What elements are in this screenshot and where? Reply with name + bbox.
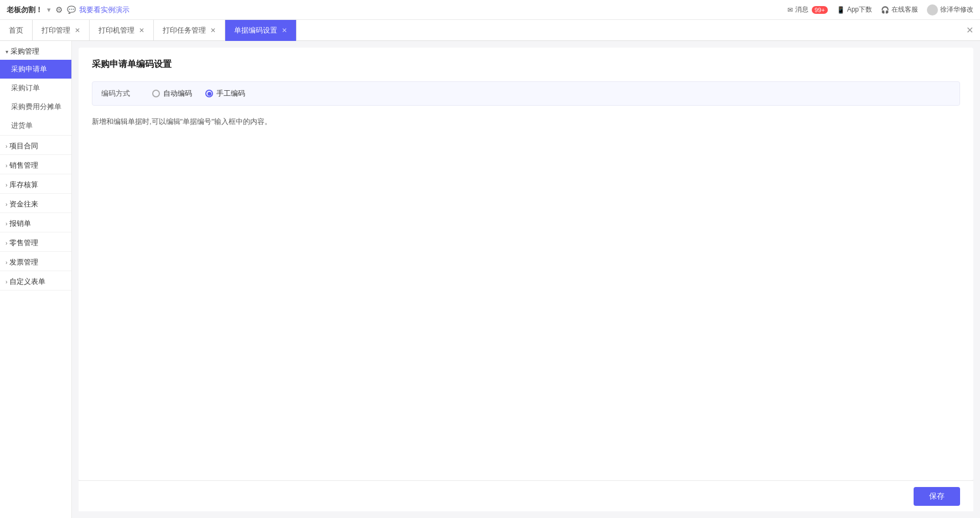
online-service-item[interactable]: 🎧 在线客服 [881,5,918,14]
sidebar-group-purchase-label: 采购管理 [11,46,39,56]
tab-printer-management-label: 打印机管理 [98,25,134,35]
tab-barcode-settings-close[interactable]: ✕ [282,27,287,34]
dropdown-icon[interactable]: ▾ [47,6,51,14]
arrow-right-icon-2: › [6,163,7,169]
sidebar: ▾ 采购管理 采购申请单 采购订单 采购费用分摊单 进货单 › 项目合同 [0,41,72,518]
sidebar-item-purchase-expense[interactable]: 采购费用分摊单 [0,97,71,116]
top-bar-right: ✉ 消息 99+ 📱 App下数 🎧 在线客服 徐泽华修改 [787,4,973,15]
sidebar-group-capital: › 资金往来 [0,194,71,213]
sidebar-group-capital-label: 资金往来 [9,199,38,209]
tab-print-task-close[interactable]: ✕ [210,27,216,34]
message-badge: 99+ [812,6,828,14]
user-avatar [927,4,938,15]
sidebar-group-inventory-title[interactable]: › 库存核算 [0,174,71,193]
app-download-label: App下数 [847,5,872,14]
arrow-right-icon-7: › [6,260,7,266]
tab-print-task[interactable]: 打印任务管理 ✕ [154,20,225,41]
tab-print-task-label: 打印任务管理 [163,25,206,35]
top-bar-left: 老板勿割！ ▾ ⚙ 💬 我要看实例演示 [7,5,129,15]
tab-barcode-settings-label: 单据编码设置 [234,25,277,35]
content-footer: 保存 [79,480,973,511]
sidebar-group-purchase: ▾ 采购管理 采购申请单 采购订单 采购费用分摊单 进货单 [0,41,71,136]
sidebar-group-returns-label: 报销单 [9,219,31,229]
radio-manual[interactable]: 手工编码 [205,89,245,99]
tab-print-management-label: 打印管理 [42,25,70,35]
sidebar-group-sales-title[interactable]: › 销售管理 [0,155,71,174]
sidebar-group-project-label: 项目合同 [9,141,38,151]
tab-printer-management[interactable]: 打印机管理 ✕ [90,20,154,41]
arrow-right-icon: › [6,143,7,149]
radio-auto-circle [152,90,160,97]
sidebar-group-project-title[interactable]: › 项目合同 [0,136,71,154]
content-area: 采购申请单编码设置 编码方式 自动编码 手工编码 新增和编辑单据时,可以编辑"单… [72,41,980,518]
message-item[interactable]: ✉ 消息 99+ [787,5,828,14]
radio-manual-label: 手工编码 [216,89,245,99]
sidebar-group-retail-label: 零售管理 [9,238,38,248]
sidebar-group-invoice: › 发票管理 [0,252,71,271]
settings-icon[interactable]: ⚙ [55,5,63,15]
sidebar-group-project: › 项目合同 [0,136,71,155]
sidebar-group-custom-form-label: 自定义表单 [9,277,45,287]
tab-barcode-settings[interactable]: 单据编码设置 ✕ [225,20,297,41]
save-button[interactable]: 保存 [914,487,960,506]
sidebar-group-capital-title[interactable]: › 资金往来 [0,194,71,213]
message-label: 消息 [795,5,808,14]
sidebar-group-custom-form-title[interactable]: › 自定义表单 [0,271,71,290]
tab-home[interactable]: 首页 [0,20,33,41]
content-inner: 采购申请单编码设置 编码方式 自动编码 手工编码 新增和编辑单据时,可以编辑"单… [79,48,973,480]
tab-printer-management-close[interactable]: ✕ [139,27,144,34]
sidebar-group-invoice-label: 发票管理 [9,257,38,267]
encoding-row: 编码方式 自动编码 手工编码 [92,81,960,106]
sidebar-group-inventory: › 库存核算 [0,174,71,194]
sidebar-item-stock-in[interactable]: 进货单 [0,116,71,135]
prompt-area[interactable]: 💬 我要看实例演示 [67,5,129,15]
user-item[interactable]: 徐泽华修改 [927,4,973,15]
sidebar-group-returns: › 报销单 [0,213,71,232]
sidebar-group-returns-title[interactable]: › 报销单 [0,213,71,232]
message-icon: ✉ [787,6,793,14]
sidebar-group-purchase-title[interactable]: ▾ 采购管理 [0,41,71,60]
prompt-text: 我要看实例演示 [79,5,129,15]
sidebar-group-custom-form: › 自定义表单 [0,271,71,291]
arrow-right-icon-5: › [6,221,7,227]
logo-text: 老板勿割！ [7,5,43,15]
app-download-item[interactable]: 📱 App下数 [837,5,872,14]
arrow-right-icon-4: › [6,201,7,208]
arrow-down-icon: ▾ [6,49,8,55]
radio-manual-circle [205,90,213,97]
top-bar: 老板勿割！ ▾ ⚙ 💬 我要看实例演示 ✉ 消息 99+ 📱 App下数 🎧 在… [0,0,980,20]
encoding-label: 编码方式 [101,89,134,99]
tab-print-management-close[interactable]: ✕ [75,27,80,34]
sidebar-group-sales-label: 销售管理 [9,160,38,170]
sidebar-group-invoice-title[interactable]: › 发票管理 [0,252,71,271]
sidebar-item-purchase-request[interactable]: 采购申请单 [0,60,71,79]
radio-auto-label: 自动编码 [163,89,192,99]
main-layout: ▾ 采购管理 采购申请单 采购订单 采购费用分摊单 进货单 › 项目合同 [0,41,980,518]
radio-auto[interactable]: 自动编码 [152,89,192,99]
tab-home-label: 首页 [9,25,23,35]
tab-bar: 首页 打印管理 ✕ 打印机管理 ✕ 打印任务管理 ✕ 单据编码设置 ✕ ✕ [0,20,980,41]
online-service-icon: 🎧 [881,6,889,14]
tab-bar-close-icon[interactable]: ✕ [966,25,973,35]
sidebar-group-retail-title[interactable]: › 零售管理 [0,232,71,251]
radio-group: 自动编码 手工编码 [152,89,245,99]
arrow-right-icon-6: › [6,240,7,246]
sidebar-group-inventory-label: 库存核算 [9,180,38,190]
sidebar-group-sales: › 销售管理 [0,155,71,174]
prompt-icon: 💬 [67,6,76,14]
online-service-label: 在线客服 [891,5,918,14]
arrow-right-icon-8: › [6,279,7,285]
user-name: 徐泽华修改 [940,5,973,14]
arrow-right-icon-3: › [6,182,7,188]
app-download-icon: 📱 [837,6,845,14]
sidebar-group-retail: › 零售管理 [0,232,71,252]
hint-text: 新增和编辑单据时,可以编辑"单据编号"输入框中的内容。 [92,117,960,127]
page-title: 采购申请单编码设置 [92,59,960,70]
sidebar-item-purchase-order[interactable]: 采购订单 [0,79,71,97]
tab-print-management[interactable]: 打印管理 ✕ [33,20,90,41]
